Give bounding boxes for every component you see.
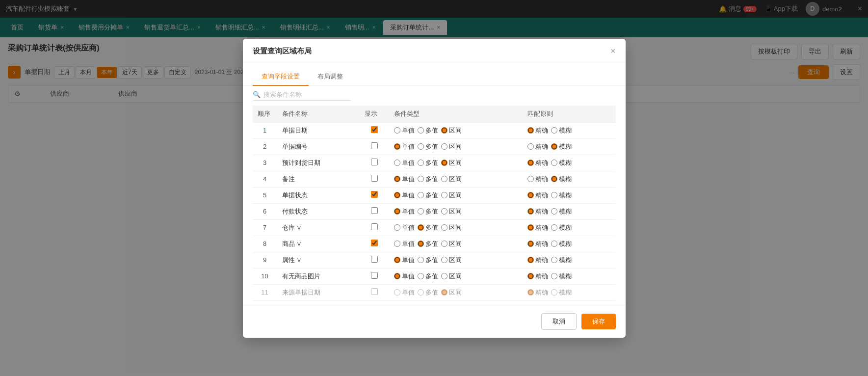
row-display[interactable]: [360, 236, 389, 252]
type-radio-item[interactable]: 多值: [418, 207, 438, 216]
display-checkbox[interactable]: [371, 126, 378, 133]
row-match[interactable]: 精确模糊: [523, 236, 615, 252]
row-type[interactable]: 单值多值区间: [389, 187, 523, 203]
row-match[interactable]: 精确模糊: [523, 138, 615, 155]
dialog-tab-layout[interactable]: 布局调整: [309, 68, 352, 86]
type-radio-item[interactable]: 单值: [394, 191, 415, 200]
row-type[interactable]: 单值多值区间: [389, 252, 523, 268]
display-checkbox[interactable]: [371, 256, 378, 263]
type-radio-item[interactable]: 多值: [418, 175, 438, 184]
type-radio-item[interactable]: 多值: [418, 126, 438, 135]
row-type[interactable]: 单值多值区间: [389, 284, 523, 300]
type-radio-item[interactable]: 单值: [394, 126, 415, 135]
type-radio-item[interactable]: 单值: [394, 159, 415, 167]
type-radio-item[interactable]: 多值: [418, 191, 438, 200]
type-radio-item[interactable]: 单值: [394, 256, 415, 265]
row-match[interactable]: 精确模糊: [523, 122, 615, 138]
match-radio-item[interactable]: 精确: [527, 272, 548, 281]
dialog-close-button[interactable]: ×: [610, 47, 616, 55]
match-radio-item[interactable]: 模糊: [551, 175, 572, 184]
type-radio-item[interactable]: 区间: [441, 159, 462, 167]
row-match[interactable]: 精确模糊: [523, 219, 615, 236]
match-radio-item[interactable]: 模糊: [551, 142, 572, 151]
row-display[interactable]: [360, 138, 389, 155]
cancel-button[interactable]: 取消: [541, 313, 577, 330]
row-display[interactable]: [360, 203, 389, 219]
row-type[interactable]: 单值多值区间: [389, 219, 523, 236]
type-radio-item[interactable]: 区间: [441, 175, 462, 184]
row-match[interactable]: 精确模糊: [523, 252, 615, 268]
type-radio-item[interactable]: 单值: [394, 240, 415, 248]
match-radio-item[interactable]: 模糊: [551, 256, 572, 265]
display-checkbox[interactable]: [371, 207, 378, 214]
type-radio-item[interactable]: 区间: [441, 272, 462, 281]
type-radio-item[interactable]: 单值: [394, 175, 415, 184]
match-radio-item[interactable]: 精确: [527, 175, 548, 184]
display-checkbox[interactable]: [371, 240, 378, 246]
type-radio-item[interactable]: 多值: [418, 142, 438, 151]
row-type[interactable]: 单值多值区间: [389, 236, 523, 252]
save-button[interactable]: 保存: [581, 314, 616, 329]
row-match[interactable]: 精确模糊: [523, 187, 615, 203]
match-radio-item[interactable]: 精确: [527, 126, 548, 135]
search-input[interactable]: [263, 91, 342, 98]
row-display[interactable]: [360, 268, 389, 284]
type-radio-item[interactable]: 多值: [418, 223, 438, 232]
row-display[interactable]: [360, 284, 389, 300]
match-radio-item[interactable]: 模糊: [551, 272, 572, 281]
display-checkbox[interactable]: [371, 288, 378, 295]
match-radio-item[interactable]: 模糊: [551, 240, 572, 248]
type-radio-item[interactable]: 多值: [418, 159, 438, 167]
row-type[interactable]: 单值多值区间: [389, 122, 523, 138]
row-match[interactable]: 精确模糊: [523, 155, 615, 171]
match-radio-item[interactable]: 精确: [527, 288, 548, 297]
display-checkbox[interactable]: [371, 223, 378, 230]
match-radio-item[interactable]: 模糊: [551, 126, 572, 135]
match-radio-item[interactable]: 模糊: [551, 207, 572, 216]
match-radio-item[interactable]: 精确: [527, 240, 548, 248]
row-display[interactable]: [360, 155, 389, 171]
type-radio-item[interactable]: 区间: [441, 207, 462, 216]
row-match[interactable]: 精确模糊: [523, 284, 615, 300]
type-radio-item[interactable]: 区间: [441, 240, 462, 248]
type-radio-item[interactable]: 单值: [394, 288, 415, 297]
type-radio-item[interactable]: 区间: [441, 142, 462, 151]
row-type[interactable]: 单值多值区间: [389, 138, 523, 155]
row-display[interactable]: [360, 171, 389, 187]
type-radio-item[interactable]: 单值: [394, 207, 415, 216]
row-type[interactable]: 单值多值区间: [389, 155, 523, 171]
type-radio-item[interactable]: 区间: [441, 223, 462, 232]
type-radio-item[interactable]: 多值: [418, 256, 438, 265]
row-match[interactable]: 精确模糊: [523, 171, 615, 187]
row-display[interactable]: [360, 187, 389, 203]
dialog-tab-fields[interactable]: 查询字段设置: [253, 68, 309, 86]
display-checkbox[interactable]: [371, 191, 378, 198]
type-radio-item[interactable]: 区间: [441, 256, 462, 265]
type-radio-item[interactable]: 多值: [418, 272, 438, 281]
row-type[interactable]: 单值多值区间: [389, 171, 523, 187]
match-radio-item[interactable]: 模糊: [551, 159, 572, 167]
type-radio-item[interactable]: 区间: [441, 191, 462, 200]
display-checkbox[interactable]: [371, 159, 378, 165]
row-match[interactable]: 精确模糊: [523, 268, 615, 284]
match-radio-item[interactable]: 模糊: [551, 191, 572, 200]
type-radio-item[interactable]: 区间: [441, 288, 462, 297]
row-display[interactable]: [360, 252, 389, 268]
type-radio-item[interactable]: 多值: [418, 240, 438, 248]
display-checkbox[interactable]: [371, 272, 378, 279]
type-radio-item[interactable]: 单值: [394, 142, 415, 151]
display-checkbox[interactable]: [371, 175, 378, 182]
match-radio-item[interactable]: 精确: [527, 223, 548, 232]
match-radio-item[interactable]: 精确: [527, 142, 548, 151]
type-radio-item[interactable]: 多值: [418, 288, 438, 297]
type-radio-item[interactable]: 单值: [394, 272, 415, 281]
match-radio-item[interactable]: 模糊: [551, 288, 572, 297]
match-radio-item[interactable]: 精确: [527, 191, 548, 200]
match-radio-item[interactable]: 精确: [527, 256, 548, 265]
match-radio-item[interactable]: 精确: [527, 207, 548, 216]
display-checkbox[interactable]: [371, 142, 378, 149]
type-radio-item[interactable]: 区间: [441, 126, 462, 135]
match-radio-item[interactable]: 模糊: [551, 223, 572, 232]
row-match[interactable]: 精确模糊: [523, 203, 615, 219]
match-radio-item[interactable]: 精确: [527, 159, 548, 167]
